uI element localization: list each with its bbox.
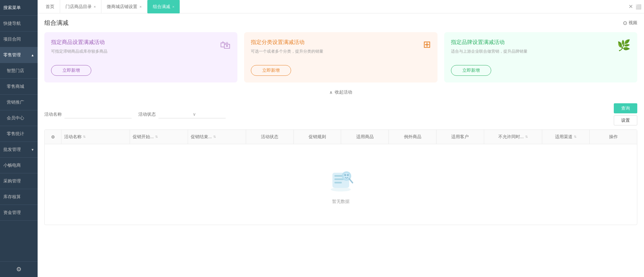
sidebar-item-contracts[interactable]: 项目合同 — [0, 32, 38, 47]
sidebar-item-members[interactable]: 会员中心 — [0, 110, 38, 126]
tab-bar-right: ✕ ⬜ — [629, 3, 641, 10]
activity-name-input[interactable] — [64, 110, 132, 118]
sidebar-item-retailstats[interactable]: 零售统计 — [0, 126, 38, 142]
sort-name-icon[interactable]: ⇅ — [83, 135, 86, 138]
th-end[interactable]: 促销结束... ⇅ — [188, 130, 246, 144]
search-bar: 活动名称 活动状态 ∨ 查询 设置 — [44, 103, 637, 125]
sidebar-item-wholesale[interactable]: 批发管理 ▼ — [0, 142, 38, 158]
card-brand-btn[interactable]: 立即新增 — [451, 65, 491, 76]
sidebar-item-retail[interactable]: 零售管理 ▲ — [0, 47, 38, 63]
gear-icon: ⚙ — [16, 266, 21, 273]
tab-store-settings[interactable]: 微商城店铺设置 × — [101, 0, 147, 13]
th-channel[interactable]: 适用渠道 ⇅ — [542, 130, 590, 144]
card-category-desc: 可选一个或者多个分类，提升分类的销量 — [251, 49, 430, 58]
card-product: 指定商品设置满减活动 可指定滞销商品或库存较多商品 🛍 立即新增 — [44, 32, 237, 82]
sidebar-item-ecommerce[interactable]: 小畅电商 — [0, 158, 38, 173]
sidebar-item-retailmall[interactable]: 零售商城 — [0, 79, 38, 95]
page-content: 组合满减 ⊙ 视频 指定商品设置满减活动 可指定滞销商品或库存较多商品 🛍 立即… — [38, 13, 644, 277]
page-title: 组合满减 — [44, 19, 68, 27]
card-brand-desc: 适合与上游企业联合做营销，提升品牌销量 — [451, 49, 631, 58]
cards-row: 指定商品设置满减活动 可指定滞销商品或库存较多商品 🛍 立即新增 指定分类设置满… — [44, 32, 637, 82]
th-nosame[interactable]: 不允许同时... ⇅ — [484, 130, 542, 144]
sort-channel-icon[interactable]: ⇅ — [574, 135, 577, 138]
sort-end-icon[interactable]: ⇅ — [213, 135, 216, 138]
svg-point-0 — [331, 187, 351, 191]
card-category: 指定分类设置满减活动 可选一个或者多个分类，提升分类的销量 ⊞ 立即新增 — [244, 32, 437, 82]
chevron-up-icon: ∧ — [329, 90, 333, 95]
empty-text: 暂无数据 — [332, 199, 350, 205]
sidebar: 搜索菜单 快捷导航 项目合同 零售管理 ▲ 智慧门店 零售商城 营销推广 会员中… — [0, 0, 38, 277]
sidebar-item-finance[interactable]: 资金管理 — [0, 205, 38, 221]
card-brand: 指定品牌设置满减活动 适合与上游企业联合做营销，提升品牌销量 🌿 立即新增 — [444, 32, 637, 82]
collapse-bar[interactable]: ∧ 收起活动 — [44, 87, 637, 98]
table-header: ⚙ 活动名称 ⇅ 促销开始... ⇅ 促销结束... ⇅ 活动状态 — [45, 130, 637, 144]
sidebar-item-inventory[interactable]: 库存核算 — [0, 189, 38, 205]
card-brand-title: 指定品牌设置满减活动 — [451, 39, 631, 46]
svg-point-9 — [347, 174, 349, 176]
activity-status-field: 活动状态 ∨ — [138, 110, 226, 118]
settings-button[interactable]: 设置 — [614, 115, 637, 125]
tab-product-catalog[interactable]: 门店商品目录 × — [60, 0, 101, 13]
svg-rect-3 — [334, 178, 344, 180]
activity-status-label: 活动状态 — [138, 111, 156, 117]
tab-bar: 首页 门店商品目录 × 微商城店铺设置 × 组合满减 × ✕ ⬜ — [38, 0, 644, 13]
video-link[interactable]: ⊙ 视频 — [623, 20, 637, 26]
activity-status-select[interactable]: ∨ — [158, 110, 226, 118]
card-product-btn[interactable]: 立即新增 — [51, 65, 91, 76]
table-container: ⚙ 活动名称 ⇅ 促销开始... ⇅ 促销结束... ⇅ 活动状态 — [44, 129, 637, 225]
grid-icon: ⊞ — [423, 39, 431, 50]
svg-point-8 — [344, 174, 346, 176]
card-category-btn[interactable]: 立即新增 — [251, 65, 291, 76]
tab-close-store-settings[interactable]: × — [139, 5, 141, 9]
card-category-title: 指定分类设置满减活动 — [251, 39, 430, 46]
activity-name-field: 活动名称 — [44, 110, 132, 118]
sidebar-bottom[interactable]: ⚙ — [0, 261, 38, 277]
leaf-icon: 🌿 — [617, 39, 631, 52]
main-area: 首页 门店商品目录 × 微商城店铺设置 × 组合满减 × ✕ ⬜ 组合满减 ⊙ … — [38, 0, 644, 277]
sidebar-item-quicknav[interactable]: 快捷导航 — [0, 16, 38, 32]
bag-icon: 🛍 — [220, 39, 231, 51]
th-name[interactable]: 活动名称 ⇅ — [61, 130, 130, 144]
th-customer: 适用客户 — [436, 130, 484, 144]
sort-nosame-icon[interactable]: ⇅ — [525, 135, 528, 138]
window-close-button[interactable]: ✕ — [629, 3, 633, 10]
th-goods: 适用商品 — [341, 130, 389, 144]
play-circle-icon: ⊙ — [623, 20, 627, 26]
tab-combo-discount[interactable]: 组合满减 × — [147, 0, 180, 13]
th-gear[interactable]: ⚙ — [45, 130, 61, 144]
th-rule: 促销规则 — [294, 130, 341, 144]
chevron-down-icon: ∨ — [193, 112, 223, 117]
th-start[interactable]: 促销开始... ⇅ — [130, 130, 188, 144]
svg-line-7 — [349, 179, 353, 183]
card-product-title: 指定商品设置满减活动 — [51, 39, 231, 46]
th-except: 例外商品 — [389, 130, 436, 144]
sidebar-search[interactable]: 搜索菜单 — [0, 0, 38, 16]
svg-rect-4 — [334, 182, 342, 183]
chevron-up-icon: ▲ — [31, 53, 34, 57]
query-button[interactable]: 查询 — [614, 103, 637, 113]
window-restore-button[interactable]: ⬜ — [636, 4, 641, 9]
card-product-desc: 可指定滞销商品或库存较多商品 — [51, 49, 231, 58]
tab-home[interactable]: 首页 — [40, 0, 60, 13]
tab-close-combo-discount[interactable]: × — [172, 5, 174, 9]
chevron-down-icon: ▼ — [31, 148, 34, 152]
sort-start-icon[interactable]: ⇅ — [155, 135, 158, 138]
page-header: 组合满减 ⊙ 视频 — [44, 19, 637, 27]
gear-table-icon: ⚙ — [51, 134, 55, 140]
search-actions: 查询 设置 — [614, 103, 637, 125]
sidebar-item-purchase[interactable]: 采购管理 — [0, 173, 38, 189]
empty-illustration — [326, 164, 356, 195]
sidebar-item-marketing[interactable]: 营销推广 — [0, 95, 38, 110]
empty-state: 暂无数据 — [45, 144, 637, 225]
tab-close-product-catalog[interactable]: × — [94, 5, 96, 9]
th-operation: 操作 — [590, 130, 637, 144]
sidebar-item-smartstore[interactable]: 智慧门店 — [0, 63, 38, 79]
activity-name-label: 活动名称 — [44, 111, 62, 117]
th-status: 活动状态 — [246, 130, 294, 144]
